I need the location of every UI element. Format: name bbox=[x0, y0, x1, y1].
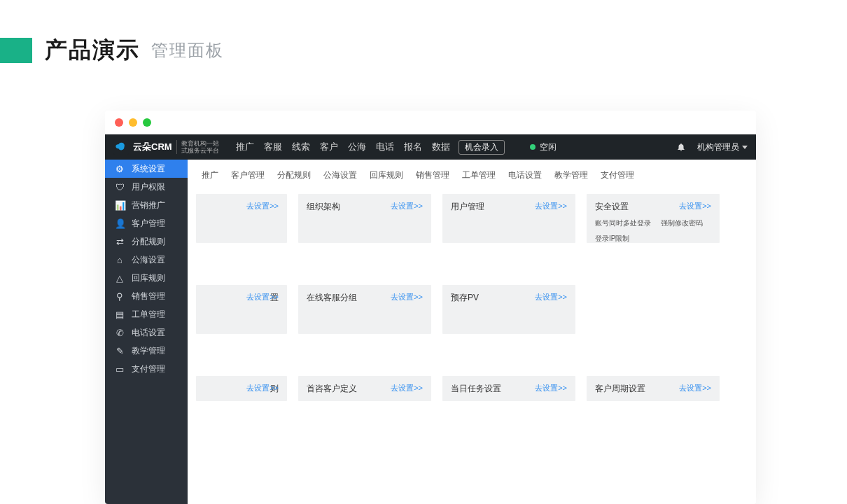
sidebar-item-public-pool[interactable]: ⌂公海设置 bbox=[105, 251, 188, 269]
window-traffic-lights bbox=[105, 111, 756, 134]
tab-item[interactable]: 电话设置 bbox=[503, 167, 547, 184]
settings-card[interactable]: 去设置>> bbox=[196, 194, 287, 243]
go-settings-link[interactable]: 去设置>> bbox=[391, 292, 423, 302]
tab-item[interactable]: 分配规则 bbox=[272, 167, 316, 184]
close-dot[interactable] bbox=[115, 118, 123, 127]
minimize-dot[interactable] bbox=[129, 118, 137, 127]
nav-item[interactable]: 客服 bbox=[264, 141, 282, 153]
triangle-icon: △ bbox=[115, 273, 125, 284]
sidebar-item-user-permissions[interactable]: 🛡用户权限 bbox=[105, 178, 188, 196]
settings-card[interactable]: 置 去设置>> bbox=[196, 285, 287, 334]
top-nav: 推广 客服 线索 客户 公海 电话 报名 数据 bbox=[236, 141, 450, 153]
nav-item[interactable]: 推广 bbox=[236, 141, 254, 153]
settings-card-user-mgmt[interactable]: 用户管理 去设置>> bbox=[442, 194, 575, 243]
pencil-icon: ✎ bbox=[115, 346, 125, 356]
tab-item[interactable]: 回库规则 bbox=[364, 167, 409, 184]
user-role-label: 机构管理员 bbox=[697, 141, 739, 153]
card-row-2: 置 去设置>> 在线客服分组 去设置>> 预存PV 去设置>> bbox=[196, 285, 748, 334]
go-settings-link[interactable]: 去设置>> bbox=[679, 201, 711, 211]
tab-item[interactable]: 推广 bbox=[196, 167, 224, 184]
bell-icon[interactable] bbox=[676, 142, 686, 152]
go-settings-link[interactable]: 去设置>> bbox=[246, 292, 279, 302]
tab-item[interactable]: 工单管理 bbox=[456, 167, 501, 184]
sidebar-item-label: 教学管理 bbox=[132, 345, 165, 357]
card-row-1: 去设置>> 组织架构 去设置>> 用户管理 去设置>> 安全设置 去设置>> bbox=[196, 194, 748, 243]
sidebar-item-assign-rules[interactable]: ⇄分配规则 bbox=[105, 232, 188, 251]
sidebar-item-label: 公海设置 bbox=[132, 254, 165, 266]
tab-item[interactable]: 销售管理 bbox=[410, 167, 455, 184]
go-settings-link[interactable]: 去设置>> bbox=[535, 201, 567, 211]
go-settings-link[interactable]: 去设置>> bbox=[246, 201, 279, 211]
card-row-3: 则 去设置>> 首咨客户定义 去设置>> 当日任务设置 去设置>> 客户周期 bbox=[196, 376, 748, 401]
nav-item[interactable]: 线索 bbox=[292, 141, 310, 153]
settings-card-customer-cycle[interactable]: 客户周期设置 去设置>> bbox=[587, 376, 720, 401]
card-sublink[interactable]: 账号同时多处登录 bbox=[595, 218, 651, 228]
status-dot-icon bbox=[530, 144, 536, 150]
person-icon: 👤 bbox=[115, 218, 125, 229]
settings-card-security[interactable]: 安全设置 去设置>> 账号同时多处登录 强制修改密码 登录IP限制 bbox=[587, 194, 720, 243]
nav-item[interactable]: 报名 bbox=[404, 141, 422, 153]
nav-item[interactable]: 公海 bbox=[348, 141, 366, 153]
sidebar-item-sales[interactable]: ⚲销售管理 bbox=[105, 287, 188, 305]
app-window: 云朵CRM 教育机构一站 式服务云平台 推广 客服 线索 客户 公海 电话 报名… bbox=[105, 111, 756, 504]
go-settings-link[interactable]: 去设置>> bbox=[246, 383, 279, 393]
sidebar: ⚙系统设置 🛡用户权限 📊营销推广 👤客户管理 ⇄分配规则 ⌂公海设置 △回库规… bbox=[105, 160, 188, 504]
sidebar-item-label: 分配规则 bbox=[132, 236, 165, 248]
page-header: 产品演示 管理面板 bbox=[0, 35, 847, 66]
settings-card-first-consult[interactable]: 首咨客户定义 去设置>> bbox=[298, 376, 431, 401]
sidebar-item-teaching[interactable]: ✎教学管理 bbox=[105, 342, 188, 360]
nav-item[interactable]: 数据 bbox=[432, 141, 450, 153]
logo-text: 云朵CRM bbox=[133, 141, 172, 153]
card-icon: ▭ bbox=[115, 364, 125, 374]
sidebar-item-label: 工单管理 bbox=[132, 309, 165, 321]
go-settings-link[interactable]: 去设置>> bbox=[679, 383, 711, 393]
nav-item[interactable]: 客户 bbox=[320, 141, 338, 153]
sub-tabs: 推广 客户管理 分配规则 公海设置 回库规则 销售管理 工单管理 电话设置 教学… bbox=[188, 160, 756, 188]
sidebar-item-label: 支付管理 bbox=[132, 363, 165, 375]
card-sublink[interactable]: 登录IP限制 bbox=[595, 234, 629, 244]
tab-item[interactable]: 教学管理 bbox=[549, 167, 594, 184]
accent-bar bbox=[0, 38, 32, 63]
logo-mark-icon bbox=[113, 139, 129, 155]
go-settings-link[interactable]: 去设置>> bbox=[535, 292, 567, 302]
status-indicator[interactable]: 空闲 bbox=[530, 141, 556, 153]
tab-item[interactable]: 客户管理 bbox=[225, 167, 270, 184]
logo[interactable]: 云朵CRM 教育机构一站 式服务云平台 bbox=[113, 139, 219, 155]
sidebar-item-payment[interactable]: ▭支付管理 bbox=[105, 360, 188, 378]
card-sublink[interactable]: 强制修改密码 bbox=[661, 218, 703, 228]
settings-card-online-group[interactable]: 在线客服分组 去设置>> bbox=[298, 285, 431, 334]
nav-item[interactable]: 电话 bbox=[376, 141, 394, 153]
sidebar-item-ticket[interactable]: ▤工单管理 bbox=[105, 305, 188, 323]
user-role-menu[interactable]: 机构管理员 bbox=[697, 141, 748, 153]
settings-card-pv[interactable]: 预存PV 去设置>> bbox=[442, 285, 575, 334]
sidebar-item-customer[interactable]: 👤客户管理 bbox=[105, 214, 188, 232]
sidebar-item-label: 系统设置 bbox=[132, 163, 165, 175]
swap-icon: ⇄ bbox=[115, 237, 125, 247]
sidebar-item-phone[interactable]: ✆电话设置 bbox=[105, 323, 188, 342]
shield-icon: 🛡 bbox=[115, 182, 125, 192]
card-sublinks: 账号同时多处登录 强制修改密码 登录IP限制 bbox=[595, 218, 711, 244]
search-person-icon: ⚲ bbox=[115, 291, 125, 302]
settings-card[interactable]: 则 去设置>> bbox=[196, 376, 287, 401]
top-bar: 云朵CRM 教育机构一站 式服务云平台 推广 客服 线索 客户 公海 电话 报名… bbox=[105, 134, 756, 160]
settings-card-org[interactable]: 组织架构 去设置>> bbox=[298, 194, 431, 243]
page-subtitle: 管理面板 bbox=[151, 39, 224, 62]
sidebar-item-marketing[interactable]: 📊营销推广 bbox=[105, 196, 188, 214]
tab-item[interactable]: 支付管理 bbox=[595, 167, 640, 184]
settings-card-daily-task[interactable]: 当日任务设置 去设置>> bbox=[442, 376, 575, 401]
status-label: 空闲 bbox=[540, 141, 556, 153]
go-settings-link[interactable]: 去设置>> bbox=[391, 201, 423, 211]
chart-icon: 📊 bbox=[115, 200, 125, 211]
tab-item[interactable]: 公海设置 bbox=[318, 167, 363, 184]
home-icon: ⌂ bbox=[115, 255, 125, 265]
main-content: 推广 客户管理 分配规则 公海设置 回库规则 销售管理 工单管理 电话设置 教学… bbox=[188, 160, 756, 504]
sidebar-item-system-settings[interactable]: ⚙系统设置 bbox=[105, 160, 188, 178]
sidebar-item-recycle-rules[interactable]: △回库规则 bbox=[105, 269, 188, 287]
record-button[interactable]: 机会录入 bbox=[458, 140, 505, 155]
go-settings-link[interactable]: 去设置>> bbox=[535, 383, 567, 393]
page-title: 产品演示 bbox=[45, 35, 140, 66]
go-settings-link[interactable]: 去设置>> bbox=[391, 383, 423, 393]
maximize-dot[interactable] bbox=[143, 118, 151, 127]
sidebar-item-label: 用户权限 bbox=[132, 181, 165, 193]
document-icon: ▤ bbox=[115, 309, 125, 320]
